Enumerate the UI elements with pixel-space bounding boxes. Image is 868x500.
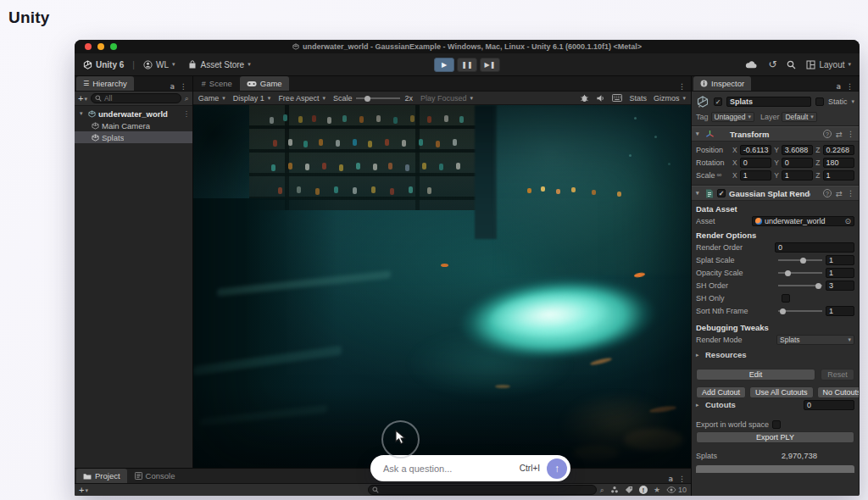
scale-z-field[interactable]: 1: [823, 170, 854, 181]
undo-history-icon[interactable]: ↺: [768, 60, 776, 69]
ask-question-pill[interactable]: Ask a question... Ctrl+I ↑: [370, 455, 570, 481]
presets-icon[interactable]: ⇄: [836, 130, 843, 139]
tab-hierarchy[interactable]: ☰ Hierarchy: [76, 76, 134, 91]
sort-nth-frame-field[interactable]: 1: [826, 306, 854, 316]
rotation-x-field[interactable]: 0: [740, 158, 771, 168]
kebab-menu-icon[interactable]: ⋮: [847, 189, 854, 197]
kebab-menu-icon[interactable]: ⋮: [180, 82, 187, 91]
hierarchy-item-scene-root[interactable]: ▾ underwater_world ⋮: [75, 108, 192, 119]
export-world-space-checkbox[interactable]: [772, 420, 781, 429]
gameobject-cube-icon[interactable]: [696, 95, 709, 108]
search-icon[interactable]: [787, 60, 796, 69]
tab-project[interactable]: Project: [76, 469, 127, 483]
cloud-icon[interactable]: [745, 60, 758, 69]
render-order-field[interactable]: 0: [775, 242, 854, 253]
kebab-menu-icon[interactable]: ⋮: [847, 130, 854, 138]
sh-order-field[interactable]: 3: [826, 281, 854, 291]
hierarchy-search-input[interactable]: All: [91, 93, 181, 103]
static-dropdown-icon[interactable]: ▾: [851, 98, 854, 105]
link-icon[interactable]: ∞: [717, 171, 722, 179]
resources-foldout[interactable]: ▸ Resources: [692, 348, 859, 361]
lock-icon[interactable]: a: [837, 82, 841, 91]
packages-icon[interactable]: [610, 486, 619, 494]
scale-slider[interactable]: [356, 94, 400, 103]
pause-button[interactable]: ❚❚: [457, 58, 477, 72]
kebab-menu-icon[interactable]: ⋮: [678, 475, 686, 483]
splat-scale-slider[interactable]: [778, 255, 822, 265]
account-menu[interactable]: WL ▾: [143, 60, 175, 69]
export-ply-button[interactable]: Export PLY: [696, 431, 854, 443]
add-cutout-button[interactable]: Add Cutout: [696, 386, 746, 398]
tag-dropdown[interactable]: Untagged▾: [711, 112, 754, 122]
game-viewport[interactable]: [193, 105, 691, 468]
presets-icon[interactable]: ⇄: [836, 189, 843, 198]
use-all-cutouts-button[interactable]: Use All Cutouts: [749, 386, 814, 398]
position-x-field[interactable]: -0.6113: [740, 145, 771, 155]
active-checkbox[interactable]: ✓: [714, 97, 722, 106]
transform-component-header[interactable]: ▾ Transform ? ⇄ ⋮: [692, 126, 859, 142]
opacity-scale-field[interactable]: 1: [826, 268, 854, 278]
foldout-icon[interactable]: ▾: [696, 131, 702, 137]
debug-bug-icon[interactable]: [580, 94, 589, 103]
aspect-dropdown[interactable]: Free Aspect▾: [278, 94, 326, 103]
hierarchy-item-splats[interactable]: Splats: [75, 131, 192, 143]
sort-nth-frame-slider[interactable]: [778, 306, 822, 316]
warning-filter-icon[interactable]: !: [639, 486, 648, 494]
hidden-count-toggle[interactable]: 10: [666, 486, 687, 494]
project-create-button[interactable]: +▾: [79, 486, 88, 495]
project-search-input[interactable]: [368, 485, 597, 495]
component-enabled-checkbox[interactable]: ✓: [717, 189, 726, 197]
unity-version-menu[interactable]: Unity 6: [83, 60, 124, 69]
close-window-button[interactable]: [85, 43, 92, 50]
lock-icon[interactable]: a: [170, 82, 174, 91]
kebab-menu-icon[interactable]: ⋮: [183, 110, 192, 118]
render-mode-dropdown[interactable]: Splats▾: [776, 335, 854, 345]
game-target-dropdown[interactable]: Game▾: [198, 94, 225, 103]
sh-order-slider[interactable]: [778, 281, 822, 291]
create-object-button[interactable]: +▾: [78, 94, 87, 103]
asset-object-field[interactable]: underwater_world ⊙: [752, 216, 854, 226]
stats-toggle[interactable]: Stats: [629, 94, 647, 103]
tab-scene[interactable]: # Scene: [195, 76, 239, 91]
foldout-icon[interactable]: ▾: [696, 190, 702, 197]
sh-only-checkbox[interactable]: [782, 294, 790, 303]
submit-question-button[interactable]: ↑: [547, 458, 567, 479]
keyboard-shortcuts-icon[interactable]: [612, 94, 622, 102]
opacity-scale-slider[interactable]: [778, 268, 822, 278]
audio-mute-icon[interactable]: [596, 94, 605, 103]
search-by-type-icon[interactable]: ⌕: [600, 486, 604, 495]
static-checkbox[interactable]: [815, 97, 824, 106]
foldout-icon[interactable]: ▾: [80, 110, 86, 117]
play-button[interactable]: ▶: [434, 58, 454, 72]
help-icon[interactable]: ?: [823, 130, 832, 138]
kebab-menu-icon[interactable]: ⋮: [678, 82, 686, 91]
step-button[interactable]: ▶❚: [480, 58, 500, 72]
label-tag-icon[interactable]: [625, 486, 633, 494]
edit-button[interactable]: Edit: [696, 369, 815, 381]
kebab-menu-icon[interactable]: ⋮: [846, 82, 854, 91]
reset-button[interactable]: Reset: [821, 369, 854, 381]
gizmos-dropdown[interactable]: Gizmos▾: [654, 94, 686, 103]
hierarchy-item-main-camera[interactable]: Main Camera: [75, 119, 192, 131]
gameobject-name-field[interactable]: Splats: [726, 97, 811, 107]
gaussian-splat-renderer-header[interactable]: ▾ ✓ Gaussian Splat Renderer ? ⇄ ⋮: [692, 186, 859, 201]
no-cutouts-button[interactable]: No Cutouts: [817, 386, 859, 398]
layout-menu[interactable]: Layout ▾: [806, 60, 851, 69]
rotation-z-field[interactable]: 180: [823, 158, 854, 168]
position-y-field[interactable]: 3.6088: [782, 145, 813, 155]
search-by-type-icon[interactable]: ⌕: [185, 94, 189, 103]
position-z-field[interactable]: 0.2268: [823, 145, 854, 155]
play-focused-dropdown[interactable]: Play Focused▾: [420, 94, 473, 103]
asset-store-menu[interactable]: Asset Store ▾: [188, 60, 250, 69]
layer-dropdown[interactable]: Default▾: [782, 112, 816, 122]
splat-scale-field[interactable]: 1: [826, 255, 854, 265]
rotation-y-field[interactable]: 0: [782, 158, 813, 168]
tab-console[interactable]: Console: [128, 469, 182, 483]
lock-icon[interactable]: a: [669, 475, 673, 483]
help-icon[interactable]: ?: [823, 189, 832, 197]
display-dropdown[interactable]: Display 1▾: [233, 94, 271, 103]
object-picker-icon[interactable]: ⊙: [844, 217, 851, 225]
foldout-collapsed-icon[interactable]: ▸: [696, 402, 702, 408]
favorites-star-icon[interactable]: ★: [654, 486, 660, 494]
scale-y-field[interactable]: 1: [782, 170, 813, 181]
